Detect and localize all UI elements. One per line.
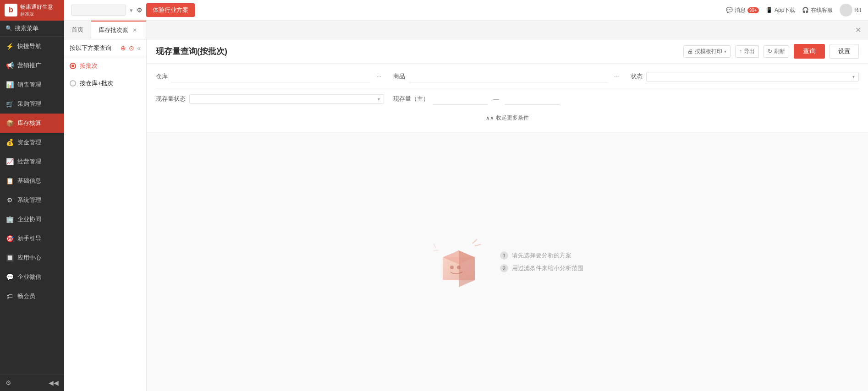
messages-action[interactable]: 💬 消息 99+: [726, 6, 759, 14]
breadcrumb-input[interactable]: [71, 5, 126, 16]
enterprise-icon: 🏢: [5, 216, 14, 223]
members-label: 畅会员: [17, 292, 35, 300]
app-download-action[interactable]: 📱 App下载: [766, 6, 795, 14]
tab-inventory-batch[interactable]: 库存批次账 ✕: [91, 21, 146, 39]
svg-line-7: [434, 244, 436, 248]
tab-home[interactable]: 首页: [64, 21, 91, 38]
sidebar-item-marketing[interactable]: 📢 营销推广: [0, 56, 64, 75]
empty-illustration: [431, 234, 486, 289]
inventory-qty-label: 现存量（主）: [393, 95, 429, 103]
newbie-icon: 🎯: [5, 235, 14, 242]
add-scheme-icon[interactable]: ⊕: [121, 44, 126, 52]
sidebar-item-members[interactable]: 🏷 畅会员: [0, 287, 64, 306]
finance-icon: 💰: [5, 139, 14, 146]
inventory-qty-to-input[interactable]: [505, 93, 560, 105]
warehouse-more-icon[interactable]: ···: [374, 72, 384, 81]
collapse-conditions-btn[interactable]: ∧∧ 收起更多条件: [156, 110, 859, 125]
manage-scheme-icon[interactable]: ⊙: [129, 44, 134, 52]
status-field: 状态 ▾: [631, 72, 859, 81]
query-button[interactable]: 查询: [794, 44, 825, 59]
sidebar-item-sales[interactable]: 📊 销售管理: [0, 75, 64, 94]
sidebar-item-system[interactable]: ⚙ 系统管理: [0, 190, 64, 210]
enterprise-wechat-icon: 💬: [5, 273, 14, 281]
product-more-icon[interactable]: ···: [611, 72, 621, 81]
newbie-label: 新手引导: [17, 234, 41, 243]
system-icon: ⚙: [5, 196, 14, 204]
sidebar-search[interactable]: 🔍 搜索菜单: [0, 21, 64, 37]
empty-tip-2: 2 用过滤条件来缩小分析范围: [500, 264, 583, 272]
members-icon: 🏷: [5, 293, 14, 300]
status-chevron-icon: ▾: [852, 74, 855, 79]
purchase-label: 采购管理: [17, 100, 41, 108]
left-panel-header: 按以下方案查询 ⊕ ⊙ «: [64, 39, 146, 57]
filter-row-1: 仓库 ··· 商品 ··· 状态 ▾: [156, 71, 859, 82]
marketing-icon: 📢: [5, 62, 14, 69]
print-btn[interactable]: 🖨 按模板打印 ▾: [683, 45, 731, 58]
product-input[interactable]: [409, 71, 608, 82]
status-label: 状态: [631, 72, 643, 81]
warehouse-label: 仓库: [156, 72, 168, 81]
search-icon: 🔍: [5, 25, 12, 32]
app-center-icon: 🔲: [5, 254, 14, 261]
online-service-action[interactable]: 🎧 在线客服: [802, 6, 833, 14]
basic-info-icon: 📋: [5, 177, 14, 185]
inventory-label: 库存核算: [17, 119, 41, 127]
scheme-by-batch-label: 按批次: [80, 62, 98, 70]
empty-tip-1: 1 请先选择要分析的方案: [500, 251, 583, 260]
topbar: ▾ ⚙ 体验行业方案 💬 消息 99+ 📱 App下载 🎧 在线客服 Rit: [64, 0, 868, 21]
left-panel: 按以下方案查询 ⊕ ⊙ « 按批次 按仓库+批次: [64, 39, 147, 391]
empty-tips: 1 请先选择要分析的方案 2 用过滤条件来缩小分析范围: [500, 251, 583, 272]
sidebar-item-inventory[interactable]: 📦 库存核算: [0, 114, 64, 133]
messages-label: 消息: [735, 6, 746, 14]
setting-button[interactable]: 设置: [830, 44, 859, 59]
filter-separator: [156, 88, 859, 88]
inventory-status-select[interactable]: ▾: [189, 94, 384, 104]
empty-state: 1 请先选择要分析的方案 2 用过滤条件来缩小分析范围: [147, 133, 868, 391]
online-service-label: 在线客服: [811, 6, 833, 14]
scheme-item-by-batch[interactable]: 按批次: [64, 57, 146, 75]
topbar-left: ▾ ⚙ 体验行业方案: [71, 3, 721, 17]
page-title-bar: 现存量查询(按批次) 🖨 按模板打印 ▾ ↑ 导出 ↻ 刷新: [147, 39, 868, 64]
sidebar-item-purchase[interactable]: 🛒 采购管理: [0, 94, 64, 114]
warehouse-input[interactable]: [171, 71, 370, 82]
sidebar-item-operations[interactable]: 📈 经营管理: [0, 152, 64, 171]
sales-icon: 📊: [5, 81, 14, 88]
sales-label: 销售管理: [17, 81, 41, 89]
brand-info: 畅康通好生意 标准版: [20, 4, 53, 17]
avatar: [840, 4, 852, 16]
empty-svg: [431, 234, 486, 289]
settings-icon[interactable]: ⚙: [5, 379, 11, 386]
radio-by-batch: [70, 63, 76, 69]
tab-home-label: 首页: [71, 26, 83, 34]
tab-panel-close-icon[interactable]: ✕: [848, 26, 868, 34]
radio-by-warehouse-batch: [70, 80, 76, 87]
sidebar-item-basic-info[interactable]: 📋 基础信息: [0, 171, 64, 190]
inventory-qty-from-input[interactable]: [433, 93, 488, 105]
title-actions: 🖨 按模板打印 ▾ ↑ 导出 ↻ 刷新 查询 设置: [683, 44, 859, 59]
sidebar-collapse-icon[interactable]: ◀◀: [49, 379, 59, 386]
sidebar-item-quick-nav[interactable]: ⚡ 快捷导航: [0, 37, 64, 56]
user-profile[interactable]: Rit: [840, 4, 861, 16]
tab-close-icon[interactable]: ✕: [131, 27, 138, 34]
scheme-item-by-warehouse-batch[interactable]: 按仓库+批次: [64, 75, 146, 92]
dropdown-chevron-icon[interactable]: ▾: [130, 7, 133, 14]
experience-btn[interactable]: 体验行业方案: [146, 3, 195, 17]
finance-label: 资金管理: [17, 138, 41, 147]
refresh-btn[interactable]: ↻ 刷新: [764, 45, 789, 58]
sidebar-item-enterprise[interactable]: 🏢 企业协同: [0, 210, 64, 229]
collapse-panel-icon[interactable]: «: [137, 44, 141, 52]
enterprise-label: 企业协同: [17, 215, 41, 223]
sidebar-item-finance[interactable]: 💰 资金管理: [0, 133, 64, 152]
sidebar-item-app-center[interactable]: 🔲 应用中心: [0, 248, 64, 267]
sidebar-item-enterprise-wechat[interactable]: 💬 企业微信: [0, 267, 64, 287]
refresh-icon: ↻: [768, 48, 772, 54]
status-select[interactable]: ▾: [646, 72, 859, 81]
print-label: 按模板打印: [695, 48, 722, 55]
tip-num-2: 2: [500, 264, 508, 272]
filter-area: 仓库 ··· 商品 ··· 状态 ▾: [147, 64, 868, 133]
export-btn[interactable]: ↑ 导出: [735, 45, 759, 58]
enterprise-wechat-label: 企业微信: [17, 273, 41, 281]
sidebar-item-newbie[interactable]: 🎯 新手引导: [0, 229, 64, 248]
settings-gear-icon[interactable]: ⚙: [137, 6, 143, 14]
collapse-label: 收起更多条件: [496, 114, 529, 122]
